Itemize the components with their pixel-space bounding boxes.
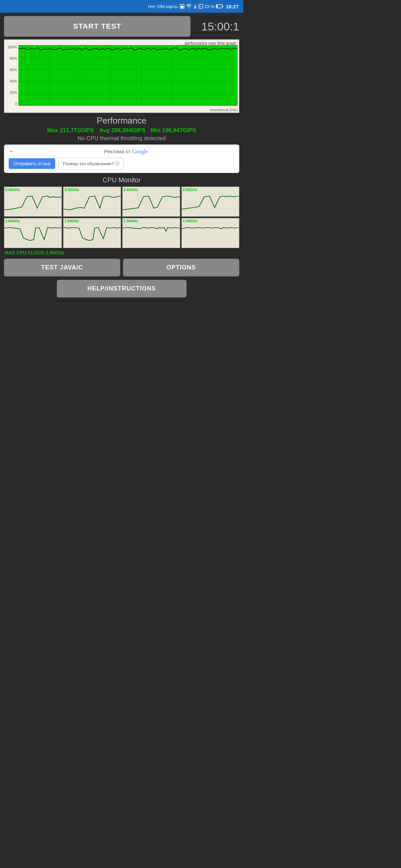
ad-banner: ← Реклама от Google Отправить отзыв Поче…	[4, 145, 239, 173]
sim-text: Нет SIM-карты	[148, 4, 178, 9]
help-instructions-button[interactable]: HELP/INSTRUCTIONS	[57, 280, 186, 298]
perf-avg: Avg 206,264GIPS	[99, 127, 145, 134]
wifi-icon	[186, 4, 192, 9]
cpu-grid: 0.55GHz 0.55GHz 0.55GHz 0.55GHz	[4, 187, 239, 248]
cpu-core-7-freq: 1.54GHz	[124, 219, 138, 223]
y-label-100: 100%	[8, 45, 17, 49]
y-label-0: 0	[15, 102, 17, 106]
battery-icon	[216, 4, 223, 8]
ad-label-text: Реклама от	[104, 149, 131, 154]
ad-why-button[interactable]: Почему это объявление? ⓘ	[58, 158, 124, 169]
svg-rect-1	[181, 6, 183, 8]
perf-throttle: No CPU thermal throttling detected	[4, 135, 239, 142]
status-icons: N 23 % 18:27	[180, 4, 238, 9]
status-bar: Нет SIM-карты N 23 % 18:27	[0, 0, 243, 13]
nfc-icon: N	[199, 4, 203, 9]
perf-max: Max 211,771GIPS	[47, 127, 94, 134]
perf-title: Performance	[4, 116, 239, 126]
cpu-core-8-freq: 1.54GHz	[183, 219, 197, 223]
y-label-20: 20%	[10, 90, 17, 94]
options-button[interactable]: OPTIONS	[123, 259, 239, 276]
perf-stats: Max 211,771GIPS Avg 206,264GIPS Min 196,…	[4, 127, 239, 134]
ad-label: Реклама от Google	[18, 149, 235, 155]
svg-text:N: N	[199, 5, 201, 8]
time-display: 18:27	[226, 4, 238, 9]
ad-send-feedback-button[interactable]: Отправить отзыв	[9, 158, 55, 169]
perf-line-svg	[18, 45, 237, 106]
cpu-core-2: 0.55GHz	[63, 187, 121, 217]
header-row: START TEST 15:00:1	[4, 16, 239, 37]
main-content: START TEST 15:00:1 performance over time…	[0, 13, 243, 304]
ad-info-icon: ⓘ	[115, 161, 119, 166]
cpu-core-5-freq: 1.84GHz	[5, 219, 20, 223]
cpu-core-7: 1.54GHz	[122, 218, 180, 248]
ad-buttons: Отправить отзыв Почему это объявление? ⓘ	[9, 158, 235, 169]
performance-graph: performance over time graph 100% 80% 60%…	[4, 39, 239, 113]
cpu-core-1-freq: 0.55GHz	[5, 188, 20, 192]
ad-header: ← Реклама от Google	[9, 148, 235, 155]
sim-icon	[180, 4, 184, 9]
cpu-monitor-title: CPU Monitor	[4, 176, 239, 184]
cpu-core-3: 0.55GHz	[122, 187, 180, 217]
cpu-core-3-freq: 0.55GHz	[124, 188, 138, 192]
max-clock-label: MAX CPU CLOCK:2.86GHz	[4, 250, 239, 255]
svg-rect-6	[216, 5, 218, 8]
graph-title: performance over time graph	[185, 41, 236, 46]
x-label: time(interval 2min)	[210, 108, 237, 112]
svg-rect-5	[222, 6, 223, 7]
download-icon	[193, 4, 197, 9]
cpu-core-2-freq: 0.55GHz	[64, 188, 79, 192]
battery-text: 23 %	[204, 4, 214, 9]
test-java-button[interactable]: TEST JAVA/C	[4, 259, 120, 276]
cpu-core-4: 0.55GHz	[181, 187, 239, 217]
cpu-core-8: 1.54GHz	[181, 218, 239, 248]
cpu-core-1: 0.55GHz	[4, 187, 62, 217]
perf-min: Min 196,947GIPS	[151, 127, 196, 134]
y-label-80: 80%	[10, 56, 17, 60]
cpu-core-5: 1.84GHz	[4, 218, 62, 248]
ad-why-text: Почему это объявление?	[63, 161, 114, 166]
start-test-button[interactable]: START TEST	[4, 16, 191, 37]
graph-area	[18, 45, 237, 106]
y-label-40: 40%	[10, 79, 17, 83]
ad-back-button[interactable]: ←	[9, 148, 15, 155]
cpu-core-6-freq: 1.84GHz	[64, 219, 79, 223]
graph-y-labels: 100% 80% 60% 40% 20% 0	[4, 45, 18, 106]
help-button-container: HELP/INSTRUCTIONS	[4, 280, 239, 301]
y-label-60: 60%	[10, 68, 17, 72]
performance-section: Performance Max 211,771GIPS Avg 206,264G…	[4, 116, 239, 142]
cpu-core-6: 1.84GHz	[63, 218, 121, 248]
cpu-core-4-freq: 0.55GHz	[183, 188, 197, 192]
timer-display: 15:00:1	[196, 20, 239, 33]
google-text: Google	[132, 149, 148, 154]
bottom-buttons: TEST JAVA/C OPTIONS	[4, 259, 239, 276]
